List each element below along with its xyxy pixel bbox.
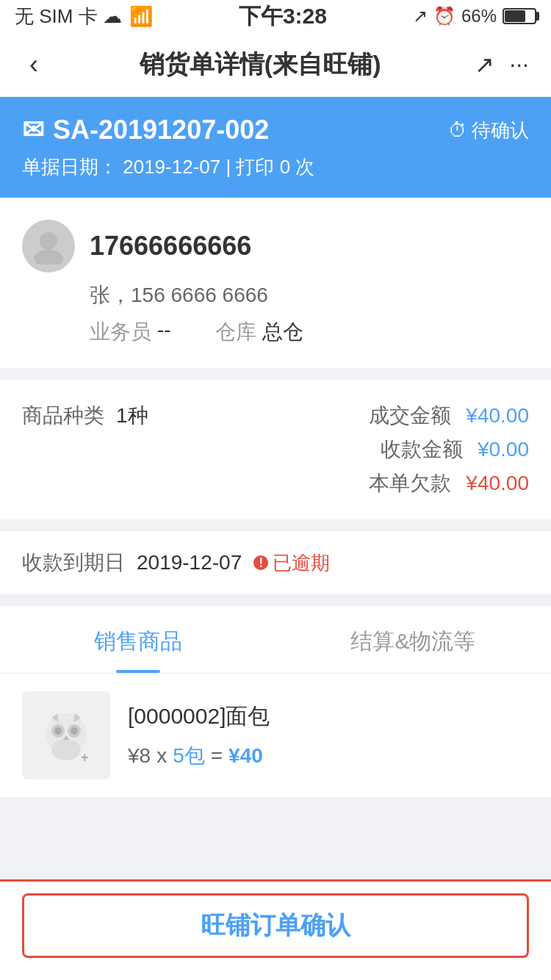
product-price-row: ¥8 x 5包 = ¥40 [128, 742, 529, 770]
status-bar: 无 SIM 卡 ☁ 📶 下午3:28 ↗ ⏰ 66% [0, 0, 551, 32]
alarm-icon: ⏰ [433, 6, 455, 26]
svg-point-0 [40, 232, 57, 250]
confirm-button[interactable]: 旺铺订单确认 [22, 893, 529, 958]
battery-label: 66% [461, 6, 497, 26]
battery-icon [503, 8, 536, 24]
tab-sales-goods[interactable]: 销售商品 [0, 606, 276, 673]
debt-value: ¥40.00 [466, 472, 529, 495]
no-sim-label: 无 SIM 卡 ☁ [15, 4, 122, 29]
tab-settlement[interactable]: 结算&物流等 [276, 606, 551, 673]
amount-value: ¥40.00 [466, 404, 529, 428]
customer-meta: 业务员 -- 仓库 总仓 [22, 318, 529, 346]
svg-point-6 [71, 727, 78, 735]
goods-summary: 商品种类 1种 成交金额 ¥40.00 收款金额 ¥0.00 本单欠款 ¥40.… [0, 380, 551, 519]
svg-point-10 [51, 740, 81, 760]
overdue-icon: ! [253, 555, 268, 570]
overdue-text: 已逾期 [273, 550, 330, 576]
due-date-label: 收款到期日 [22, 549, 125, 577]
clock-icon: ⏱ [448, 119, 467, 142]
salesperson-value: -- [157, 318, 171, 346]
back-button[interactable]: ‹ [22, 42, 46, 87]
nav-actions: ↗ ··· [475, 51, 529, 79]
amount-label: 成交金额 [369, 402, 451, 430]
svg-point-5 [54, 727, 62, 735]
status-right: ↗ ⏰ 66% [413, 6, 536, 26]
debt-label: 本单欠款 [369, 469, 451, 497]
customer-phone: 17666666666 [90, 231, 251, 262]
order-icon: ✉ [22, 115, 44, 145]
warehouse-value: 总仓 [262, 318, 303, 346]
nav-bar: ‹ 销货单详情(来自旺铺) ↗ ··· [0, 32, 551, 97]
order-id: ✉ SA-20191207-002 [22, 115, 269, 145]
goods-type-label: 商品种类 [22, 402, 104, 430]
wifi-icon: 📶 [129, 5, 153, 28]
due-date-value: 2019-12-07 [137, 551, 242, 574]
more-icon[interactable]: ··· [509, 51, 529, 78]
salesperson-label: 业务员 [90, 318, 151, 346]
due-date-section: 收款到期日 2019-12-07 ! 已逾期 [0, 531, 551, 594]
order-status: ⏱ 待确认 [448, 118, 529, 143]
order-header: ✉ SA-20191207-002 ⏱ 待确认 单据日期： 2019-12-07… [0, 97, 551, 198]
goods-amounts: 成交金额 ¥40.00 收款金额 ¥0.00 本单欠款 ¥40.00 [369, 402, 529, 497]
page-title: 销货单详情(来自旺铺) [140, 48, 381, 82]
product-name: [0000002]面包 [128, 702, 529, 732]
status-left: 无 SIM 卡 ☁ 📶 [15, 4, 153, 29]
product-equals: = [211, 744, 223, 768]
tabs: 销售商品 结算&物流等 [0, 606, 551, 674]
table-row: + [0000002]面包 ¥8 x 5包 = ¥40 [22, 691, 529, 779]
product-info: [0000002]面包 ¥8 x 5包 = ¥40 [128, 702, 529, 770]
received-label: 收款金额 [381, 436, 463, 464]
customer-section: 17666666666 张，156 6666 6666 业务员 -- 仓库 总仓 [0, 198, 551, 368]
received-value: ¥0.00 [478, 438, 529, 461]
goods-type-count: 1种 [116, 402, 148, 430]
overdue-badge: ! 已逾期 [253, 550, 330, 576]
warehouse-label: 仓库 [215, 318, 256, 346]
svg-point-1 [34, 250, 63, 264]
status-time: 下午3:28 [239, 1, 327, 32]
product-multiplier: x [156, 744, 167, 768]
customer-name-info: 张，156 6666 6666 [22, 281, 529, 309]
order-date: 单据日期： 2019-12-07 | 打印 0 次 [22, 154, 529, 180]
product-list: + [0000002]面包 ¥8 x 5包 = ¥40 [0, 674, 551, 797]
avatar [22, 220, 75, 273]
share-icon[interactable]: ↗ [475, 51, 494, 79]
location-icon: ↗ [413, 6, 428, 26]
product-thumbnail: + [22, 691, 110, 779]
product-qty: 5包 [173, 742, 205, 770]
bottom-bar: 旺铺订单确认 [0, 879, 551, 980]
svg-text:+: + [81, 750, 89, 765]
product-price: ¥8 [128, 744, 151, 768]
product-total: ¥40 [228, 744, 263, 768]
